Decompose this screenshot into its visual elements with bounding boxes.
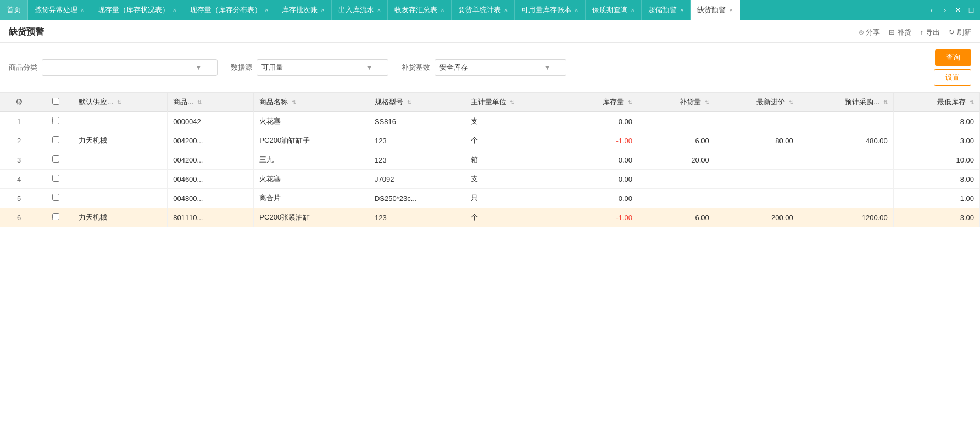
datasource-select[interactable]: 可用量 ▼: [257, 59, 388, 76]
tab-prev-btn[interactable]: ‹: [925, 3, 938, 16]
export-action[interactable]: ↑ 导出: [920, 27, 940, 37]
th-checkbox[interactable]: [38, 93, 73, 112]
tab-batch-close[interactable]: ×: [321, 7, 324, 13]
tab-overstock[interactable]: 超储预警 ×: [642, 0, 691, 20]
tab-receive[interactable]: 收发存汇总表 ×: [388, 0, 451, 20]
tab-receive-close[interactable]: ×: [441, 7, 444, 13]
cell-stock: 0.00: [561, 170, 638, 189]
query-button[interactable]: 查询: [935, 49, 971, 66]
tab-shortage-close[interactable]: ×: [729, 7, 732, 13]
th-settings[interactable]: ⚙: [0, 93, 38, 112]
th-min-stock[interactable]: 最低库存 ⇅: [893, 93, 979, 112]
cell-checkbox[interactable]: [38, 112, 73, 131]
cell-spec: SS816: [369, 112, 465, 131]
refresh-action[interactable]: ↻ 刷新: [949, 27, 971, 37]
table-row: 6 力天机械 801110... PC200张紧油缸 123 个 -1.00 6…: [0, 208, 980, 227]
cell-checkbox[interactable]: [38, 150, 73, 170]
datasource-select-value: 可用量: [261, 63, 283, 72]
column-settings-icon[interactable]: ⚙: [5, 97, 32, 107]
cell-checkbox[interactable]: [38, 170, 73, 189]
select-all-checkbox[interactable]: [52, 98, 59, 105]
cell-latest-price: [715, 112, 799, 131]
th-latest-price[interactable]: 最新进价 ⇅: [715, 93, 799, 112]
cell-product-code: 0000042: [168, 112, 254, 131]
cell-min-stock: 1.00: [893, 189, 979, 208]
tab-available-close[interactable]: ×: [575, 7, 578, 13]
cell-index: 4: [0, 170, 38, 189]
row-checkbox[interactable]: [52, 155, 59, 163]
category-select[interactable]: ▼: [42, 59, 218, 76]
th-stock-label: 库存量: [603, 98, 624, 106]
th-est-purchase[interactable]: 预计采购... ⇅: [799, 93, 893, 112]
table-body: 1 0000042 火花塞 SS816 支 0.00 8.00 2 力天机械 0…: [0, 112, 980, 227]
tab-overstock-label: 超储预警: [648, 5, 677, 15]
cell-supplier: [73, 170, 168, 189]
tab-expiry-close[interactable]: ×: [631, 7, 634, 13]
cell-replenish: [638, 112, 715, 131]
tab-expiry[interactable]: 保质期查询 ×: [586, 0, 642, 20]
tab-stock-dist-label: 现存量（库存分布表）: [190, 5, 261, 15]
tab-available-label: 可用量库存账本: [521, 5, 571, 15]
tab-receive-label: 收发存汇总表: [394, 5, 437, 15]
tab-order-close[interactable]: ×: [504, 7, 508, 13]
tab-home[interactable]: 首页: [0, 0, 28, 20]
row-checkbox[interactable]: [52, 117, 59, 124]
th-product-name[interactable]: 商品名称 ⇅: [254, 93, 369, 112]
row-checkbox[interactable]: [52, 175, 59, 182]
tab-stock-dist[interactable]: 现存量（库存分布表） ×: [183, 0, 275, 20]
cell-replenish: [638, 170, 715, 189]
cell-stock: -1.00: [561, 208, 638, 227]
tab-available[interactable]: 可用量库存账本 ×: [515, 0, 585, 20]
cell-checkbox[interactable]: [38, 189, 73, 208]
replenish-base-label: 补货基数: [402, 63, 430, 72]
cell-spec: 123: [369, 208, 465, 227]
settings-button[interactable]: 设置: [934, 69, 971, 86]
tab-exception[interactable]: 拣货异常处理 ×: [28, 0, 91, 20]
tab-stock-status-close[interactable]: ×: [172, 7, 176, 13]
share-action[interactable]: ⎋ 分享: [859, 27, 880, 37]
th-stock[interactable]: 库存量 ⇅: [561, 93, 638, 112]
replenish-base-select[interactable]: 安全库存 ▼: [435, 59, 566, 76]
row-checkbox[interactable]: [52, 136, 59, 143]
cell-est-purchase: [799, 112, 893, 131]
tab-inout[interactable]: 出入库流水 ×: [332, 0, 388, 20]
tab-stock-dist-close[interactable]: ×: [265, 7, 268, 13]
tab-overstock-close[interactable]: ×: [680, 7, 683, 13]
cell-checkbox[interactable]: [38, 131, 73, 150]
row-checkbox[interactable]: [52, 213, 59, 220]
row-checkbox[interactable]: [52, 194, 59, 201]
tab-shortage[interactable]: 缺货预警 ×: [691, 0, 739, 20]
th-supplier[interactable]: 默认供应... ⇅: [73, 93, 168, 112]
cell-checkbox[interactable]: [38, 208, 73, 227]
tab-stock-status-label: 现存量（库存状况表）: [98, 5, 169, 15]
table-row: 3 004200... 三九 123 箱 0.00 20.00 10.00: [0, 150, 980, 170]
product-name-sort-icon: ⇅: [292, 99, 296, 105]
cell-min-stock: 10.00: [893, 150, 979, 170]
datasource-filter-group: 数据源 可用量 ▼: [231, 59, 388, 76]
tab-next-btn[interactable]: ›: [938, 3, 951, 16]
tab-order[interactable]: 要货单统计表 ×: [452, 0, 515, 20]
cell-product-name: PC200张紧油缸: [254, 208, 369, 227]
replenish-icon: ⊞: [889, 28, 895, 36]
replenish-action[interactable]: ⊞ 补货: [889, 27, 911, 37]
th-spec[interactable]: 规格型号 ⇅: [369, 93, 465, 112]
est-purchase-sort-icon: ⇅: [883, 99, 888, 105]
th-unit-label: 主计量单位: [471, 98, 506, 106]
tab-close-btn[interactable]: ✕: [951, 3, 965, 16]
cell-index: 6: [0, 208, 38, 227]
tab-batch[interactable]: 库存批次账 ×: [275, 0, 331, 20]
tab-maximize-btn[interactable]: □: [965, 3, 978, 16]
cell-unit: 支: [465, 112, 561, 131]
tab-inout-close[interactable]: ×: [377, 7, 381, 13]
cell-supplier: [73, 150, 168, 170]
replenish-base-filter-group: 补货基数 安全库存 ▼: [402, 59, 566, 76]
tab-exception-close[interactable]: ×: [81, 7, 84, 13]
cell-latest-price: [715, 150, 799, 170]
th-unit[interactable]: 主计量单位 ⇅: [465, 93, 561, 112]
refresh-icon: ↻: [949, 28, 955, 36]
cell-unit: 只: [465, 189, 561, 208]
th-replenish[interactable]: 补货量 ⇅: [638, 93, 715, 112]
export-icon: ↑: [920, 28, 924, 36]
tab-stock-status[interactable]: 现存量（库存状况表） ×: [91, 0, 183, 20]
th-product-code[interactable]: 商品... ⇅: [168, 93, 254, 112]
